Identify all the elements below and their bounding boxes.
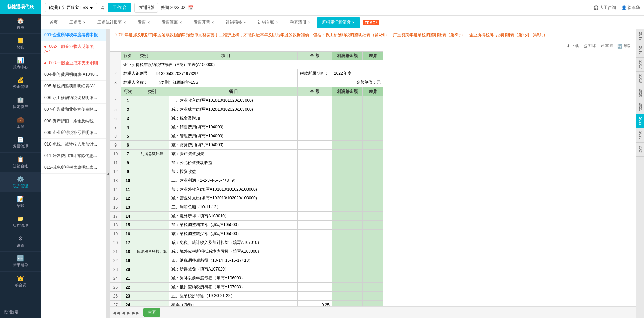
col-value-header2: 全 额 [298,87,332,96]
sidebar-item-reports[interactable]: 📊 报表中心 [0,54,41,73]
col-value [298,203,332,212]
col-value [298,185,332,194]
left-panel-item-009[interactable]: 009-企业所得税补亏损明细... [41,127,106,139]
tab-invoice[interactable]: 发票 ✕ [132,17,155,28]
col-diff [363,185,383,194]
year-2024[interactable]: 2024 [636,143,644,157]
tab-payroll-close[interactable]: ✕ [83,20,86,24]
tab-home-label: 首页 [50,19,58,25]
tab-ps-ledger-close[interactable]: ✕ [276,20,278,24]
left-panel-item-012[interactable]: 012-减免所得税优惠明细表... [41,162,106,174]
year-2022[interactable]: 2022 [636,114,644,128]
tab-tax-clear-close[interactable]: ✕ [308,20,310,24]
nav-right-icon[interactable]: ▶▶ [132,310,139,315]
col-diff [363,301,383,307]
sidebar-item-closing[interactable]: 📝 结账 [0,192,41,212]
refresh-button[interactable]: 🔄 刷新 [617,43,632,49]
left-panel-item-004[interactable]: 004-期间费用明细表(A1040... [41,69,106,81]
taxpayer-id-label: 纳税人识别号： [121,69,154,78]
year-2023[interactable]: 2023 [636,128,644,142]
row-num: 5 [110,105,121,114]
sidebar-item-label: 发票管理 [13,144,28,149]
left-panel-item-008[interactable]: 008-资产折旧、摊销及纳税... [41,115,106,127]
left-panel-item-006[interactable]: 006-职工薪酬纳税调整明细... [41,92,106,104]
taxpayer-name: （勿删）江西服宝-LSS [154,78,298,87]
tab-tax-clear[interactable]: 税表清册 ✕ [285,17,316,28]
sidebar-item-payroll[interactable]: 💼 工资 [0,113,41,133]
tab-home[interactable]: 首页 [44,17,63,28]
user-service[interactable]: 🎧 人工咨询 [593,5,616,11]
year-2019[interactable]: 2019 [636,29,644,43]
print-button[interactable]: 🖨 打印 [583,43,597,49]
workbench-button[interactable]: 工 作 台 [108,3,132,12]
tab-ps-ledger[interactable]: 进销台账 ✕ [253,17,283,28]
year-2021[interactable]: 2021 [636,100,644,114]
row-num: 18 [110,221,121,230]
sidebar-item-guide[interactable]: 🆕 新手引导 [0,252,41,272]
company-selector[interactable]: (勿删）江西服宝-LSS ▼ [45,3,97,12]
year-2016[interactable]: 2016 [636,43,644,57]
unpin-button[interactable]: 取消固定 [0,306,41,318]
refresh-label: 刷新 [624,43,632,49]
sidebar-item-member[interactable]: 👑 畅会员 [0,272,41,291]
col-category [135,123,169,132]
sidebar-item-ledger[interactable]: 📒 总账 [0,34,41,54]
col-category [135,114,169,123]
tab-invoice-close[interactable]: ✕ [147,20,150,24]
left-panel-item-002[interactable]: 002-一般企业收入明细表(A1... [41,41,106,57]
left-panel-item-003[interactable]: 003-一般企业成本支出明细... [41,57,106,69]
left-panel-item-001[interactable]: 001-企业所得税年度纳税申报... [41,29,106,41]
year-2020[interactable]: 2020 [636,86,644,100]
col-profit [332,212,363,221]
taxpayer-id: 91320500703719732P [154,69,298,78]
row-num: 10 [110,150,121,158]
col-value [298,167,332,176]
sidebar-item-tax[interactable]: ⚙️ 税务管理 [0,172,41,192]
switch-old-button[interactable]: 切到旧版 [134,3,158,13]
bottom-tab-main[interactable]: 主表 [143,308,160,317]
nav-prev-icon[interactable]: ◀ [122,310,125,315]
sidebar-item-assets[interactable]: 🏢 固定资产 [0,93,41,113]
table-row: 1714减：境外所得（填写A108010） [110,212,383,221]
download-button[interactable]: ⬇ 下载 [566,43,579,49]
year-2018[interactable]: 2018 [636,72,644,86]
year-2017[interactable]: 2017 [636,58,644,72]
row-num: 21 [110,247,121,256]
col-category [135,265,169,274]
tab-payroll-stat[interactable]: 工资统计报表 ✕ [92,17,131,28]
sidebar-item-settings[interactable]: ⚙ 设置 [0,232,41,252]
nav-next-icon[interactable]: ▶ [127,310,130,315]
tab-payroll[interactable]: 工资表 ✕ [64,17,91,28]
reset-button[interactable]: ↺ 重置 [601,43,613,49]
tab-invoice-open-close[interactable]: ✕ [211,20,214,24]
col-profit-header: 利润总金额 [332,52,363,60]
tab-income-tax-close[interactable]: ✕ [352,20,355,24]
sidebar-item-invoice[interactable]: 📄 发票管理 [0,133,41,153]
tab-invoice-open[interactable]: 发票开票 ✕ [188,17,219,28]
tab-payroll-stat-label: 工资统计报表 [97,19,122,25]
left-panel-item-005[interactable]: 005-纳税调整项目明细表(A1... [41,81,106,92]
sidebar-item-archive[interactable]: 📁 归档管理 [0,212,41,232]
col-value [298,292,332,301]
tab-invoice-calc-close[interactable]: ✕ [179,20,182,24]
col-profit [332,150,363,158]
left-panel-item-010[interactable]: 010-免税、减计收入及加计... [41,139,106,150]
tab-invoice-calc[interactable]: 发票算账 ✕ [156,17,187,28]
tab-check-close[interactable]: ✕ [243,20,246,24]
sidebar-item-home[interactable]: 🏠 首页 [0,14,41,34]
collapse-panel-button[interactable]: ◀ [106,29,110,318]
member-icon: 👑 [17,275,24,281]
sidebar-item-purchasesales[interactable]: 📋 进销台账 [0,153,41,172]
row-num: 17 [110,212,121,221]
col-value [298,194,332,203]
sidebar-item-finance[interactable]: 💰 资金管理 [0,73,41,93]
table-row: 74减：销售费用(填写A104000) [110,123,383,132]
tab-check[interactable]: 进销稽核 ✕ [221,17,251,28]
tab-payroll-stat-close[interactable]: ✕ [123,20,126,24]
left-panel-item-011[interactable]: 011-研发费用加计扣除优惠... [41,150,106,162]
nav-left-icon[interactable]: ◀◀ [113,310,120,315]
tab-check-label: 进销稽核 [226,19,242,25]
tab-income-tax[interactable]: 所得税汇算清缴 ✕ [317,17,360,28]
left-panel-item-007[interactable]: 007-广告费和业务宣传费跨... [41,104,106,115]
col-value [298,150,332,158]
